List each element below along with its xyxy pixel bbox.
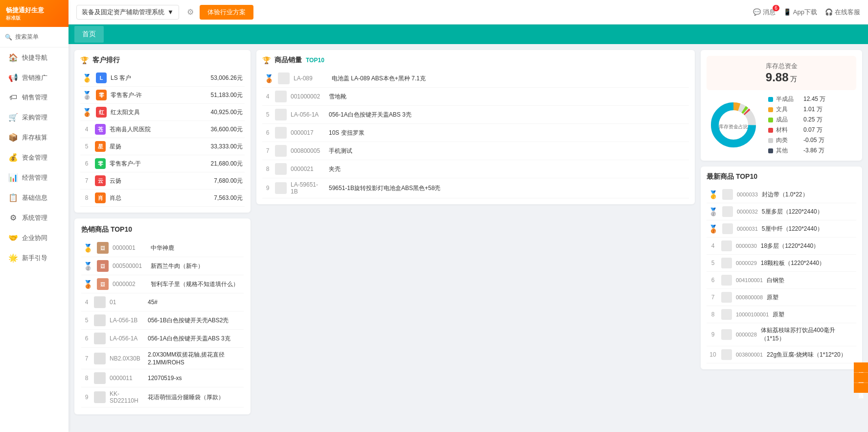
service-btn[interactable]: 🎧 在线客服 [825, 8, 860, 17]
sidebar-item-enterprise[interactable]: 🤝企业协同 [0, 228, 69, 248]
rank-num: 7 [264, 147, 271, 154]
customer-rank-row: 🥇 L LS 客户 53,006.26元 [80, 70, 245, 87]
messages-btn[interactable]: 💬 消息 6 [753, 8, 776, 17]
product-code: NB2.0X30B [110, 355, 144, 362]
product-name: 056-1A白色按键开关盖ABS 3克 [148, 335, 242, 343]
logo-sub: 标准版 [6, 15, 21, 22]
new-product-row: 🥈 0000032 5厘多层（1220*2440） [707, 203, 856, 220]
new-product-name: 原塑 [767, 293, 854, 302]
rank-name: 零售客户-许 [111, 91, 207, 99]
sidebar-item-purchase[interactable]: 🛒采购管理 [0, 107, 69, 127]
rank-amount: 40,925.00元 [211, 108, 243, 117]
sidebar-item-quick-nav[interactable]: 🏠快捷导航 [0, 48, 69, 68]
float-btn-服务社区[interactable]: 服务社区 [854, 373, 868, 383]
medal-icon: 🥉 [83, 280, 93, 289]
nav-label: 经营管理 [22, 173, 47, 182]
hot-product-row: 5 LA-056-1B 056-1B白色按键开关壳ABS2壳 [81, 312, 244, 330]
product-code: LA-59651-1B [291, 181, 325, 195]
float-btn-直播[interactable]: 直播 [854, 383, 868, 393]
trophy-icon-2: 🏆 [262, 56, 271, 64]
hot-product-row: 7 NB2.0X30B 2.0X30MM双搓花轴,搓花直径2.1MM/ROHS [81, 348, 244, 369]
new-product-row: 4 0000030 18多层（1220*2440） [707, 238, 856, 255]
search-menu-btn[interactable]: 🔍 搜索菜单 [5, 31, 64, 43]
product-num: 6 [83, 335, 90, 342]
nav-icon: 🌟 [8, 253, 18, 263]
new-product-code: 0000033 [737, 192, 758, 197]
new-product-code: 0000029 [736, 260, 757, 266]
product-name: 雪地靴 [329, 93, 687, 101]
new-product-code: 0000031 [737, 226, 758, 232]
legend-dot [768, 148, 773, 153]
new-product-code: 000800008 [736, 294, 763, 300]
rank-num: 4 [264, 93, 271, 100]
sidebar-item-system[interactable]: ⚙系统管理 [0, 208, 69, 228]
left-column: 🏆 客户排行 🥇 L LS 客户 53,006.26元 🥈 零 零售客户-许 5… [74, 50, 251, 426]
sidebar-item-inventory[interactable]: 📦库存核算 [0, 127, 69, 147]
float-btn-客服热线[interactable]: 客服热线 [854, 362, 868, 373]
sidebar-item-operations[interactable]: 📊经营管理 [0, 168, 69, 188]
customer-rank-row: 🥈 零 零售客户-许 51,183.00元 [80, 87, 245, 104]
product-name: 花语萌恒温分腿睡袋（厚款） [148, 393, 242, 402]
product-thumb [278, 72, 290, 84]
phone-icon: 📱 [783, 8, 791, 16]
new-product-thumb [721, 258, 732, 268]
new-product-thumb [721, 349, 732, 360]
sidebar-item-basics[interactable]: 📋基础信息 [0, 188, 69, 208]
logo: 畅捷通好生意 标准版 [0, 0, 69, 27]
product-name: 中华神鹿 [151, 244, 242, 252]
rank-num: 6 [264, 129, 271, 136]
donut-section: 库存资金占比 半成品 12.45 万 文具 1.01 万 成品 0.25 万 材… [707, 95, 856, 155]
new-products-list: 🥇 0000033 封边带（1.0*22） 🥈 0000032 5厘多层（122… [707, 186, 856, 363]
message-badge: 6 [773, 5, 779, 11]
app-download-btn[interactable]: 📱 App下载 [783, 8, 817, 17]
new-product-thumb [722, 189, 733, 200]
sidebar-item-finance[interactable]: 💰资金管理 [0, 147, 69, 168]
system-selector[interactable]: 装备及固定资产辅助管理系统 ▼ [76, 5, 179, 20]
settings-icon[interactable]: ⚙ [187, 7, 194, 17]
product-name: 夹壳 [329, 165, 687, 173]
new-product-name: 18颗粒板（1220*2440） [761, 259, 854, 267]
hot-product-row: 🥉 🖼 0000002 智利车子里（规格不知道填什么） [81, 275, 244, 293]
rank-name: 星扬 [110, 143, 207, 151]
legend-dot [768, 97, 773, 102]
product-name: 12070519-xs [148, 375, 242, 382]
medal-icon: 🥇 [708, 190, 718, 199]
product-code: 000500001 [113, 263, 147, 269]
new-product-row: 8 10000100001 原塑 [707, 306, 856, 323]
rank-badge: 零 [96, 90, 107, 100]
rank-amount: 7,563.00元 [214, 194, 243, 202]
nav-icon: ⚙ [8, 213, 18, 222]
mid-column: 🏆 商品销量 TOP10 🥉 LA-089 电池盖 LA-089 ABS本色+黑… [256, 50, 695, 426]
new-product-name: 白钢垫 [767, 276, 854, 285]
product-thumb [275, 182, 287, 194]
sidebar-item-marketing[interactable]: 📢营销推广 [0, 68, 69, 88]
logo-name: 畅捷通好生意 [6, 6, 44, 15]
trial-btn[interactable]: 体验行业方案 [200, 5, 253, 20]
sidebar-item-guide[interactable]: 🌟新手引导 [0, 248, 69, 268]
nav-icon: 🏷 [8, 93, 18, 102]
product-num: 9 [83, 394, 90, 401]
app-label: App下载 [793, 8, 817, 17]
tab-bar: 首页 [69, 24, 868, 44]
legend-name: 材料 [776, 126, 800, 134]
legend-name: 肉类 [776, 136, 800, 144]
legend-name: 文具 [776, 105, 800, 114]
sidebar-search-area[interactable]: 🔍 搜索菜单 [0, 27, 69, 48]
new-product-row: 5 0000029 18颗粒板（1220*2440） [707, 255, 856, 272]
donut-chart: 库存资金占比 [707, 98, 760, 152]
product-name: 056-1A白色按键开关盖ABS 3壳 [329, 111, 687, 119]
new-product-code: 003800001 [736, 352, 763, 358]
product-name: 45# [148, 299, 242, 306]
new-product-name: 22g鱼豆腐-烧烤味（1*12*20） [767, 351, 854, 359]
sales-product-row: 6 0000017 10S 变扭罗浆 [262, 124, 689, 142]
medal-icon: 🥉 [708, 224, 718, 234]
sales-product-row: 🥉 LA-089 电池盖 LA-089 ABS本色+黑种 7.1克 [262, 70, 689, 88]
nav-label: 采购管理 [22, 113, 47, 122]
medal-icon: 🥈 [82, 91, 92, 100]
nav-label: 快捷导航 [22, 53, 47, 62]
new-product-row: 10 003800001 22g鱼豆腐-烧烤味（1*12*20） [707, 346, 856, 363]
trophy-icon: 🏆 [80, 56, 89, 64]
tab-home[interactable]: 首页 [74, 26, 104, 43]
sidebar-item-sales[interactable]: 🏷销售管理 [0, 88, 69, 107]
new-product-name: 18多层（1220*2440） [761, 242, 854, 250]
